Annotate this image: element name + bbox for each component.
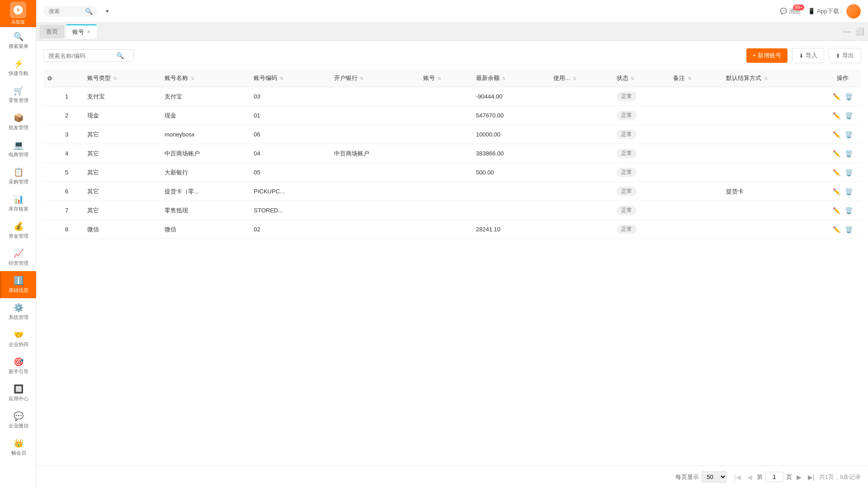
account-search-input[interactable] — [48, 52, 116, 59]
tab-account-label: 账号 — [72, 28, 84, 36]
row-name-cell: 现金 — [161, 106, 250, 125]
search-menu-icon: 🔍 — [14, 32, 24, 42]
table-settings-icon[interactable]: ⚙ — [47, 75, 52, 82]
last-page-button[interactable]: ▶| — [806, 473, 816, 482]
row-code-cell: 05 — [250, 163, 330, 182]
delete-icon[interactable]: 🗑️ — [845, 169, 853, 176]
col-account-sort-icon[interactable]: ⇅ — [438, 76, 441, 81]
global-search-icon[interactable]: 🔍 — [85, 8, 93, 15]
delete-icon[interactable]: 🗑️ — [845, 131, 853, 138]
app-download-button[interactable]: 📱 App下载 — [808, 7, 839, 15]
edit-icon[interactable]: ✏️ — [833, 131, 840, 138]
col-type-sort-icon[interactable]: ⇅ — [113, 76, 117, 81]
col-code-sort-icon[interactable]: ⇅ — [280, 76, 283, 81]
sidebar-item-inventory[interactable]: 📊 库存核算 — [0, 190, 36, 217]
col-default-payment-sort-icon[interactable]: ⇅ — [764, 76, 768, 81]
row-actions-cell: ✏️ 🗑️ — [825, 87, 861, 106]
tab-account[interactable]: 账号 ✕ — [66, 24, 97, 39]
edit-icon[interactable]: ✏️ — [833, 188, 840, 195]
row-account-cell — [420, 182, 472, 201]
per-page-select[interactable]: 50 20 100 — [702, 471, 727, 483]
sidebar-item-enterprise[interactable]: 🤝 企业协同 — [0, 325, 36, 352]
col-name-sort-icon[interactable]: ⇅ — [191, 76, 194, 81]
sidebar-item-retail[interactable]: 🛒 零售管理 — [0, 81, 36, 108]
account-search-icon[interactable]: 🔍 — [116, 52, 124, 59]
edit-icon[interactable]: ✏️ — [833, 169, 840, 176]
row-remark-cell — [670, 106, 722, 125]
col-status: 状态 ⇅ — [613, 70, 670, 87]
sidebar-item-system[interactable]: ⚙️ 系统管理 — [0, 298, 36, 325]
row-status-cell: 正常 — [613, 201, 670, 220]
edit-icon[interactable]: ✏️ — [833, 207, 840, 214]
delete-icon[interactable]: 🗑️ — [845, 226, 853, 233]
export-button[interactable]: ⬆ 导出 — [829, 48, 861, 63]
nav-dropdown[interactable]: ▾ — [102, 6, 113, 16]
page-number-input[interactable] — [765, 472, 783, 482]
sidebar-item-member[interactable]: 👑 畅会员 — [0, 434, 36, 461]
enterprise-icon: 🤝 — [14, 330, 24, 340]
row-balance-cell — [472, 201, 550, 220]
row-balance-cell — [472, 182, 550, 201]
app-logo[interactable]: 乐版版 — [0, 0, 36, 27]
row-account-cell — [420, 201, 472, 220]
next-page-button[interactable]: ▶ — [795, 473, 803, 482]
row-bank-cell — [330, 182, 420, 201]
prev-page-button[interactable]: ◀ — [745, 473, 754, 482]
table-row: 2 现金 现金 01 547670.00 正常 ✏️ 🗑️ — [43, 106, 861, 125]
sidebar-item-quick-nav[interactable]: ⚡ 快捷导航 — [0, 54, 36, 81]
global-search-input[interactable] — [49, 8, 85, 14]
delete-icon[interactable]: 🗑️ — [845, 207, 853, 214]
message-button[interactable]: 💬 消息 99+ — [780, 7, 801, 15]
col-usage-sort-icon[interactable]: ⇅ — [573, 76, 576, 81]
add-account-button[interactable]: + 新增账号 — [746, 48, 788, 63]
sidebar-item-ecommerce[interactable]: 💻 电商管理 — [0, 136, 36, 163]
delete-icon[interactable]: 🗑️ — [845, 93, 853, 100]
window-maximize-icon[interactable]: ⬜ — [855, 27, 864, 36]
import-button[interactable]: ⬇ 导入 — [792, 48, 824, 63]
col-settings[interactable]: ⚙ — [43, 70, 61, 87]
edit-icon[interactable]: ✏️ — [833, 112, 840, 119]
tab-close-icon[interactable]: ✕ — [87, 29, 90, 34]
sidebar-item-operations[interactable]: 📈 经营管理 — [0, 244, 36, 271]
first-page-button[interactable]: |◀ — [732, 473, 743, 482]
edit-icon[interactable]: ✏️ — [833, 93, 840, 100]
row-actions-cell: ✏️ 🗑️ — [825, 182, 861, 201]
delete-icon[interactable]: 🗑️ — [845, 150, 853, 157]
col-balance-sort-icon[interactable]: ⇅ — [502, 76, 505, 81]
sidebar-item-finance[interactable]: 💰 资金管理 — [0, 217, 36, 244]
row-usage-cell — [550, 106, 613, 125]
delete-icon[interactable]: 🗑️ — [845, 112, 853, 119]
user-avatar[interactable] — [846, 4, 861, 19]
sidebar-item-wholesale[interactable]: 📦 批发管理 — [0, 108, 36, 136]
sidebar-item-guide[interactable]: 🎯 新手引导 — [0, 352, 36, 380]
app-center-icon: 🔲 — [14, 384, 24, 394]
table-row: 4 其它 中百商场账户 04 中百商场账户 383866.00 正常 ✏️ 🗑️ — [43, 144, 861, 163]
row-name-cell: 提货卡（零... — [161, 182, 250, 201]
col-actions: 操作 — [825, 70, 861, 87]
row-balance-cell: 10000.00 — [472, 125, 550, 144]
row-code-cell: 01 — [250, 106, 330, 125]
sidebar-item-basic[interactable]: ℹ️ 基础信息 — [0, 271, 36, 298]
col-bank-sort-icon[interactable]: ⇅ — [360, 76, 363, 81]
sidebar-item-search[interactable]: 🔍 搜索菜单 — [0, 27, 36, 54]
global-search-box[interactable]: 🔍 — [43, 6, 98, 17]
account-search-box[interactable]: 🔍 — [43, 49, 134, 62]
sidebar-item-wechat[interactable]: 💬 企业微信 — [0, 407, 36, 434]
status-badge: 正常 — [617, 225, 637, 234]
col-status-sort-icon[interactable]: ⇅ — [631, 76, 634, 81]
window-minimize-icon[interactable]: — — [843, 27, 851, 36]
tab-home[interactable]: 首页 — [40, 25, 64, 38]
edit-icon[interactable]: ✏️ — [833, 226, 840, 233]
row-name-cell: 零售抵现 — [161, 201, 250, 220]
row-settings-cell — [43, 220, 61, 239]
delete-icon[interactable]: 🗑️ — [845, 188, 853, 195]
sidebar-item-purchase[interactable]: 📋 采购管理 — [0, 163, 36, 190]
row-type-cell: 其它 — [84, 144, 161, 163]
edit-icon[interactable]: ✏️ — [833, 150, 840, 157]
row-account-cell — [420, 87, 472, 106]
col-remark-sort-icon[interactable]: ⇅ — [688, 76, 691, 81]
table-header-row: ⚙ 账号类型 ⇅ 账号名称 ⇅ — [43, 70, 861, 87]
row-settings-cell — [43, 182, 61, 201]
row-settings-cell — [43, 125, 61, 144]
sidebar-item-app-center[interactable]: 🔲 应用中心 — [0, 380, 36, 407]
